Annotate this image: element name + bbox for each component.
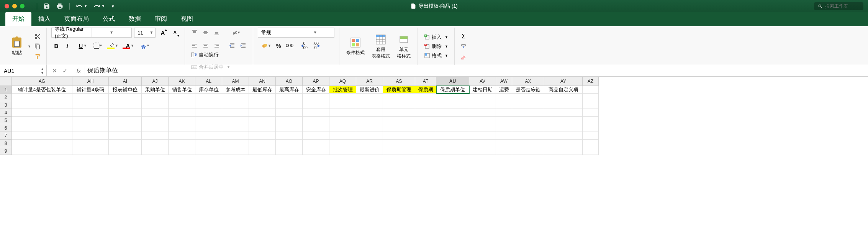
- enter-formula-button[interactable]: ✓: [62, 67, 67, 74]
- cut-button[interactable]: [33, 32, 42, 41]
- cell-AY5[interactable]: [544, 117, 583, 124]
- cell-AG2[interactable]: [12, 94, 72, 101]
- cell-AP2[interactable]: [303, 94, 329, 101]
- row-header-4[interactable]: 4: [0, 109, 12, 117]
- increase-decimal-button[interactable]: .0.00◀: [300, 41, 310, 51]
- cell-AQ2[interactable]: [329, 94, 356, 101]
- column-header-AN[interactable]: AN: [249, 77, 276, 86]
- row-header-3[interactable]: 3: [0, 101, 12, 109]
- cell-AL1[interactable]: 库存单位: [195, 86, 222, 94]
- cell-AM4[interactable]: [222, 109, 249, 117]
- cell-AU8[interactable]: [436, 140, 469, 147]
- cell-AI4[interactable]: [109, 109, 142, 117]
- cell-AR1[interactable]: 最新进价: [356, 86, 383, 94]
- accounting-format-button[interactable]: ▼: [258, 41, 272, 51]
- cell-AW6[interactable]: [496, 124, 512, 132]
- cell-AL3[interactable]: [195, 101, 222, 109]
- cell-AQ5[interactable]: [329, 117, 356, 124]
- cell-AN3[interactable]: [249, 101, 276, 109]
- cell-AM7[interactable]: [222, 132, 249, 140]
- cell-AX8[interactable]: [512, 140, 544, 147]
- italic-button[interactable]: I: [62, 41, 72, 51]
- cell-AZ7[interactable]: [583, 132, 599, 140]
- cell-AI7[interactable]: [109, 132, 142, 140]
- minimize-window-button[interactable]: [12, 4, 17, 8]
- conditional-format-button[interactable]: 条件格式: [344, 35, 367, 58]
- cell-AL6[interactable]: [195, 124, 222, 132]
- font-size-combo[interactable]: 11▼: [134, 28, 156, 38]
- percent-button[interactable]: %: [274, 41, 283, 51]
- cell-AW4[interactable]: [496, 109, 512, 117]
- cell-AY1[interactable]: 商品自定义项: [544, 86, 583, 94]
- cell-AW2[interactable]: [496, 94, 512, 101]
- align-center-button[interactable]: [201, 41, 211, 51]
- column-header-AZ[interactable]: AZ: [583, 77, 599, 86]
- cell-AR6[interactable]: [356, 124, 383, 132]
- cell-AN5[interactable]: [249, 117, 276, 124]
- cell-AU4[interactable]: [436, 109, 469, 117]
- cell-AR8[interactable]: [356, 140, 383, 147]
- column-header-AV[interactable]: AV: [469, 77, 496, 86]
- cell-AL9[interactable]: [195, 147, 222, 155]
- autosum-button[interactable]: Σ: [459, 32, 468, 41]
- cell-AW1[interactable]: 运费: [496, 86, 512, 94]
- decrease-decimal-button[interactable]: .00.0▶: [311, 41, 321, 51]
- cell-AY9[interactable]: [544, 147, 583, 155]
- clear-button[interactable]: [459, 52, 468, 61]
- row-header-9[interactable]: 9: [0, 147, 12, 155]
- cell-AO9[interactable]: [276, 147, 303, 155]
- cell-AO3[interactable]: [276, 101, 303, 109]
- cell-AR5[interactable]: [356, 117, 383, 124]
- cell-AM2[interactable]: [222, 94, 249, 101]
- cell-AT1[interactable]: 保质期: [415, 86, 436, 94]
- wrap-text-button[interactable]: 自动换行: [190, 51, 232, 59]
- column-header-AW[interactable]: AW: [496, 77, 512, 86]
- cell-AR4[interactable]: [356, 109, 383, 117]
- cell-AG9[interactable]: [12, 147, 72, 155]
- cell-AN8[interactable]: [249, 140, 276, 147]
- cell-AX7[interactable]: [512, 132, 544, 140]
- cell-AQ6[interactable]: [329, 124, 356, 132]
- cell-AL7[interactable]: [195, 132, 222, 140]
- cell-AT9[interactable]: [415, 147, 436, 155]
- cell-AN9[interactable]: [249, 147, 276, 155]
- column-header-AJ[interactable]: AJ: [142, 77, 169, 86]
- cell-AI1[interactable]: 报表辅单位: [109, 86, 142, 94]
- cell-AY6[interactable]: [544, 124, 583, 132]
- fullscreen-window-button[interactable]: [20, 4, 25, 8]
- align-top-button[interactable]: [190, 28, 200, 38]
- cell-AL5[interactable]: [195, 117, 222, 124]
- cell-AJ8[interactable]: [142, 140, 169, 147]
- cell-AW5[interactable]: [496, 117, 512, 124]
- cell-AS7[interactable]: [383, 132, 415, 140]
- cell-AO5[interactable]: [276, 117, 303, 124]
- cell-AV7[interactable]: [469, 132, 496, 140]
- cell-AW9[interactable]: [496, 147, 512, 155]
- cell-AY3[interactable]: [544, 101, 583, 109]
- cell-AG6[interactable]: [12, 124, 72, 132]
- cell-AZ6[interactable]: [583, 124, 599, 132]
- cell-AI6[interactable]: [109, 124, 142, 132]
- cell-AY7[interactable]: [544, 132, 583, 140]
- close-window-button[interactable]: [5, 4, 9, 8]
- cell-AH3[interactable]: [72, 101, 109, 109]
- column-header-AS[interactable]: AS: [383, 77, 415, 86]
- cell-AM9[interactable]: [222, 147, 249, 155]
- copy-button[interactable]: [33, 42, 42, 51]
- cell-AG8[interactable]: [12, 140, 72, 147]
- cell-AM3[interactable]: [222, 101, 249, 109]
- cell-AJ6[interactable]: [142, 124, 169, 132]
- cell-AZ9[interactable]: [583, 147, 599, 155]
- cell-AU2[interactable]: [436, 94, 469, 101]
- cell-AI3[interactable]: [109, 101, 142, 109]
- cell-AL8[interactable]: [195, 140, 222, 147]
- cell-AR2[interactable]: [356, 94, 383, 101]
- cell-AG7[interactable]: [12, 132, 72, 140]
- border-button[interactable]: ▼: [89, 41, 104, 51]
- cell-AV2[interactable]: [469, 94, 496, 101]
- format-as-table-button[interactable]: 套用 表格格式: [369, 32, 392, 61]
- orientation-button[interactable]: ab▼: [227, 28, 242, 38]
- cell-AX9[interactable]: [512, 147, 544, 155]
- cell-AH7[interactable]: [72, 132, 109, 140]
- cell-AZ8[interactable]: [583, 140, 599, 147]
